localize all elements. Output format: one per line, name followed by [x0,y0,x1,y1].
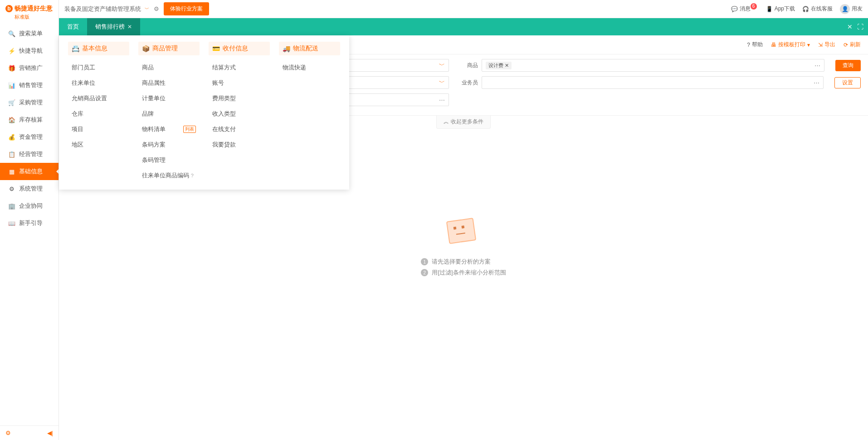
sidebar-item-5[interactable]: 🏠库存核算 [0,111,59,128]
sidebar-item-4[interactable]: 🛒采购管理 [0,94,59,111]
remove-tag-icon[interactable]: ✕ [505,63,509,68]
chevron-down-icon: ﹀ [439,78,445,87]
export-button[interactable]: ⇲ 导出 [818,41,835,49]
workspace-settings-icon[interactable]: ⚙ [154,5,159,12]
user-menu[interactable]: 👤 用友 [840,4,863,14]
filter-select-3[interactable]: ⋯ [335,93,449,106]
workspace-name: 装备及固定资产辅助管理系统 [64,5,141,13]
product-tag[interactable]: 设计费 ✕ [486,62,512,69]
flyout-item[interactable]: 费用类型 [209,91,270,106]
flyout-item[interactable]: 往来单位商品编码 ? [138,168,200,183]
sidebar-item-6[interactable]: 💰资金管理 [0,128,59,146]
empty-step-1: 请先选择要分析的方案 [432,258,491,266]
collapse-filters-button[interactable]: ︽ 收起更多条件 [436,115,491,129]
category-icon: 📇 [72,45,79,52]
nav-icon: 🛒 [8,99,15,106]
tab-home[interactable]: 首页 [59,18,87,35]
flyout-item[interactable]: 往来单位 [68,75,129,91]
sidebar-item-3[interactable]: 📊销售管理 [0,77,59,94]
basic-info-flyout: 📇基本信息部门员工往来单位允销商品设置仓库项目地区📦商品管理商品商品属性计量单位… [59,35,349,190]
nav-icon: ⚡ [8,47,15,54]
phone-icon: 📱 [766,6,773,12]
list-badge: 列表 [183,126,196,133]
close-all-tabs-icon[interactable]: ✕ [847,23,853,30]
query-button[interactable]: 查询 [835,60,861,71]
sidebar-item-1[interactable]: ⚡快捷导航 [0,42,59,59]
workspace-selector[interactable]: 装备及固定资产辅助管理系统 ﹀ [64,5,149,13]
category-icon: 🚚 [283,45,290,52]
print-template-button[interactable]: 🖶 按模板打印 ▾ [771,41,810,49]
flyout-item[interactable]: 项目 [68,122,129,137]
settings-button[interactable]: 设置 [834,77,861,88]
brand-icon: b [5,5,13,12]
flyout-item[interactable]: 收入类型 [209,106,270,122]
more-icon: ⋯ [439,97,445,103]
flyout-item[interactable]: 计量单位 [138,91,200,106]
app-download-link[interactable]: 📱 App下载 [766,5,795,13]
flyout-item[interactable]: 条码管理 [138,152,200,168]
flyout-item[interactable]: 地区 [68,137,129,152]
flyout-header: 📦商品管理 [138,42,200,55]
flyout-item[interactable]: 部门员工 [68,60,129,75]
product-label: 商品 [460,62,478,69]
nav-icon: 🏠 [8,116,15,123]
collapse-sidebar-icon[interactable]: ◀| [47,430,53,436]
product-select[interactable]: 设计费 ✕ ⋯ [482,59,824,72]
sidebar-item-0[interactable]: 🔍搜索菜单 [0,25,59,42]
category-icon: 💳 [212,45,220,52]
tab-sales-ranking[interactable]: 销售排行榜 ✕ [87,18,140,35]
filter-select-2[interactable]: ﹀ [335,76,449,89]
chat-icon: 💬 [731,6,738,12]
flyout-item[interactable]: 物流快递 [279,60,340,75]
logo: b 畅捷通好生意 标准版 [0,0,59,25]
nav-icon: 🏢 [8,202,15,210]
fullscreen-icon[interactable]: ⛶ [857,23,863,30]
nav-icon: ⚙ [8,185,15,192]
sidebar-item-8[interactable]: ▦基础信息 [0,163,59,180]
flyout-item[interactable]: 仓库 [68,106,129,122]
sidebar-item-7[interactable]: 📋经营管理 [0,146,59,163]
salesperson-select[interactable]: ⋯ [482,76,824,89]
flyout-item[interactable]: 账号 [209,75,270,91]
sidebar-item-2[interactable]: 🎁营销推广 [0,59,59,77]
messages-link[interactable]: 💬 消息 6 [731,5,759,13]
topbar: 装备及固定资产辅助管理系统 ﹀ ⚙ 体验行业方案 💬 消息 6 📱 App下载 … [59,0,868,18]
amount-select[interactable]: ﹀ [335,59,449,72]
more-icon: ⋯ [814,79,819,86]
tabs-bar: 首页 销售排行榜 ✕ ✕ ⛶ [59,18,868,35]
chevron-down-icon: ▾ [807,42,810,48]
nav-icon: 📋 [8,151,15,158]
flyout-header: 🚚物流配送 [279,42,340,55]
flyout-item[interactable]: 物料清单列表 [138,122,200,137]
flyout-item[interactable]: 结算方式 [209,60,270,75]
flyout-item[interactable]: 商品属性 [138,75,200,91]
sidebar: b 畅捷通好生意 标准版 🔍搜索菜单⚡快捷导航🎁营销推广📊销售管理🛒采购管理🏠库… [0,0,59,440]
nav-icon: 🎁 [8,64,15,72]
flyout-item[interactable]: 我要贷款 [209,137,270,152]
category-icon: 📦 [142,45,150,52]
industry-plan-button[interactable]: 体验行业方案 [164,2,209,15]
help-icon: ? [191,173,194,178]
refresh-icon: ⟳ [844,42,848,48]
sidebar-item-9[interactable]: ⚙系统管理 [0,180,59,197]
sidebar-item-10[interactable]: 🏢企业协同 [0,197,59,215]
chevron-up-icon: ︽ [444,118,449,125]
salesperson-label: 业务员 [460,79,478,87]
sidebar-item-11[interactable]: 📖新手引导 [0,215,59,232]
nav-icon: 🔍 [8,30,15,37]
message-count-badge: 6 [751,3,757,10]
avatar-icon: 👤 [840,4,850,14]
flyout-item[interactable]: 商品 [138,60,200,75]
flyout-header: 💳收付信息 [209,42,270,55]
flyout-item[interactable]: 条码方案 [138,137,200,152]
flyout-item[interactable]: 品牌 [138,106,200,122]
flyout-item[interactable]: 允销商品设置 [68,91,129,106]
flyout-item[interactable]: 在线支付 [209,122,270,137]
help-button[interactable]: ? 帮助 [747,41,763,49]
settings-gear-icon[interactable]: ⚙ [5,430,11,436]
brand-name: 畅捷通好生意 [15,5,53,13]
nav-icon: 📖 [8,220,15,227]
refresh-button[interactable]: ⟳ 刷新 [844,41,861,49]
support-link[interactable]: 🎧 在线客服 [802,5,833,13]
close-tab-icon[interactable]: ✕ [127,24,132,30]
